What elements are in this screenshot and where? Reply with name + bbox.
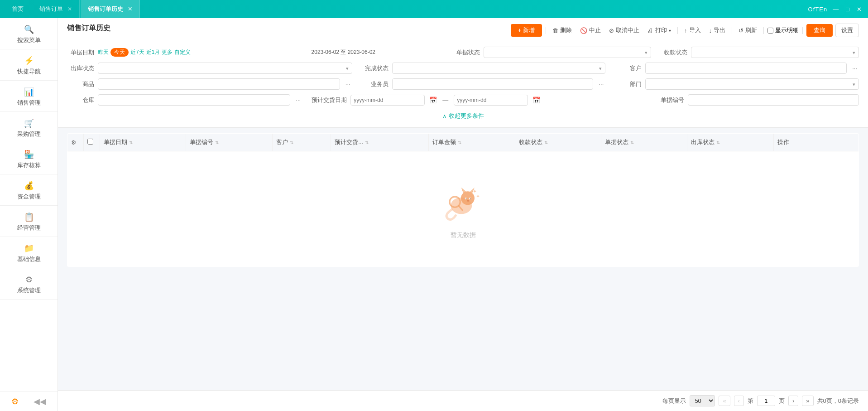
th-payment-status-sort-icon[interactable]: ⇅ (544, 140, 548, 145)
toolbar-divider-5 (802, 27, 803, 34)
date-yesterday-btn[interactable]: 昨天 (98, 48, 109, 56)
print-button[interactable]: 🖨 打印 ▾ (645, 25, 674, 36)
salesperson-input[interactable] (392, 78, 594, 90)
expected-date-from-input[interactable] (350, 95, 425, 106)
payment-status-select[interactable] (691, 47, 859, 58)
filter-dept-item: 部门 (614, 78, 859, 90)
new-button[interactable]: + 新增 (511, 24, 542, 37)
per-page-select[interactable]: 10 20 50 100 (690, 395, 715, 406)
product-input[interactable] (98, 78, 340, 90)
sidebar-item-sales[interactable]: 📊 销售管理 (0, 81, 58, 112)
expected-date-to-input[interactable] (454, 95, 528, 106)
complete-status-select[interactable] (392, 63, 606, 74)
export-button[interactable]: ↓ 导出 (706, 25, 729, 36)
order-no-input[interactable] (688, 94, 859, 106)
show-detail-checkbox[interactable] (767, 28, 773, 34)
order-status-select[interactable] (484, 47, 652, 58)
sidebar-item-capital[interactable]: 💰 资金管理 (0, 174, 58, 206)
th-expected-date-sort-icon[interactable]: ⇅ (365, 140, 369, 145)
sidebar-item-capital-label: 资金管理 (17, 193, 41, 201)
date-more-btn[interactable]: 更多 (162, 48, 173, 56)
show-detail-checkbox-wrap: 显示明细 (767, 26, 799, 34)
customer-ellipsis-btn[interactable]: ··· (850, 65, 859, 72)
product-ellipsis-btn[interactable]: ··· (344, 81, 352, 87)
last-page-btn[interactable]: » (802, 396, 813, 406)
import-button[interactable]: ↑ 导入 (681, 25, 704, 36)
expected-date-to-calendar-icon[interactable]: 📅 (532, 97, 540, 104)
th-date: 单据日期 ⇅ (100, 134, 186, 151)
sidebar-item-quick-nav[interactable]: ⚡ 快捷导航 (0, 49, 58, 81)
sidebar-collapse-btn[interactable]: ◀◀ (34, 396, 46, 406)
th-date-sort-icon[interactable]: ⇅ (129, 140, 133, 145)
purchase-icon: 🛒 (24, 118, 34, 128)
th-order-status-sort-icon[interactable]: ⇅ (630, 140, 634, 145)
filter-payment-status-item: 收款状态 (660, 47, 859, 58)
filter-order-no-item: 单据编号 (657, 94, 859, 106)
warehouse-ellipsis-btn[interactable]: ··· (294, 97, 302, 103)
warehouse-input[interactable] (98, 94, 290, 106)
window-minimize-btn[interactable]: — (831, 6, 840, 13)
table-header-row: ⚙ 单据日期 ⇅ 单据编号 (67, 134, 859, 151)
window-close-btn[interactable]: ✕ (855, 6, 863, 13)
date-custom-btn[interactable]: 自定义 (174, 48, 191, 56)
header-left: 销售订单历史 (67, 24, 110, 39)
tab-sales-order[interactable]: 销售订单 ✕ (32, 0, 80, 18)
th-delivery-status-label: 出库状态 (691, 138, 715, 146)
refresh-button[interactable]: ↺ 刷新 (736, 25, 760, 36)
delete-label: 删除 (560, 26, 572, 34)
sidebar-item-search[interactable]: 🔍 搜索菜单 (0, 18, 58, 49)
stop-button[interactable]: 🚫 中止 (577, 25, 604, 36)
filter-customer-item: 客户 ··· (614, 63, 859, 74)
tab-home[interactable]: 首页 (5, 0, 31, 18)
first-page-btn[interactable]: « (719, 396, 730, 406)
per-page-label: 每页显示 (662, 397, 686, 405)
tab-sales-order-history-close[interactable]: ✕ (128, 6, 132, 12)
select-all-checkbox[interactable] (87, 139, 93, 145)
th-amount-sort-icon[interactable]: ⇅ (458, 140, 461, 145)
filter-warehouse-item: 仓库 ··· (67, 94, 302, 106)
prev-page-btn[interactable]: ‹ (734, 396, 744, 406)
th-order-status: 单据状态 ⇅ (601, 134, 687, 151)
query-button[interactable]: 查询 (806, 24, 833, 37)
table-settings-icon[interactable]: ⚙ (71, 139, 77, 146)
next-page-btn[interactable]: › (788, 396, 798, 406)
th-customer-sort-icon[interactable]: ⇅ (290, 140, 293, 145)
th-actions-label: 操作 (777, 139, 789, 145)
search-icon: 🔍 (24, 24, 34, 34)
delete-button[interactable]: 🗑 删除 (550, 25, 575, 36)
tab-sales-order-history[interactable]: 销售订单历史 ✕ (81, 0, 140, 18)
dept-select[interactable] (645, 78, 859, 90)
window-maximize-btn[interactable]: □ (844, 6, 851, 13)
sidebar-settings-btn[interactable]: ⚙ (11, 396, 19, 406)
print-chevron-icon: ▾ (669, 28, 671, 33)
tab-sales-order-close[interactable]: ✕ (67, 6, 72, 12)
th-number-sort-icon[interactable]: ⇅ (215, 140, 219, 145)
filter-order-no-label: 单据编号 (657, 96, 684, 104)
sidebar-item-sys-mgmt[interactable]: ⚙ 系统管理 (0, 268, 58, 300)
customer-input[interactable] (645, 63, 847, 74)
data-table: ⚙ 单据日期 ⇅ 单据编号 (67, 133, 859, 267)
expected-date-from-calendar-icon[interactable]: 📅 (429, 97, 437, 104)
th-delivery-status-sort-icon[interactable]: ⇅ (716, 140, 720, 145)
date-7days-btn[interactable]: 近7天 (130, 48, 144, 56)
cancel-stop-button[interactable]: ⊘ 取消中止 (606, 25, 642, 36)
page-number-input[interactable] (757, 396, 775, 406)
print-icon: 🖨 (647, 27, 653, 34)
refresh-label: 刷新 (745, 26, 757, 34)
refresh-icon: ↺ (739, 27, 743, 34)
sidebar-item-inventory[interactable]: 🏪 库存核算 (0, 143, 58, 174)
sidebar-item-inventory-label: 库存核算 (17, 161, 41, 169)
settings-button[interactable]: 设置 (835, 24, 859, 37)
table-body: ✦ ✦ 暂无数据 (67, 151, 859, 267)
filter-date-item: 单据日期 昨天 今天 近7天 近1月 更多 自定义 (67, 48, 299, 57)
th-settings: ⚙ (67, 134, 84, 151)
sidebar-item-operations[interactable]: 📋 经营管理 (0, 206, 58, 237)
sidebar-item-basic-info[interactable]: 📁 基础信息 (0, 237, 58, 268)
date-today-badge[interactable]: 今天 (110, 48, 129, 57)
th-delivery-status: 出库状态 ⇅ (687, 134, 773, 151)
sidebar-item-purchase[interactable]: 🛒 采购管理 (0, 112, 58, 143)
collapse-filter-btn[interactable]: ∧ 收起更多条件 (67, 110, 859, 122)
salesperson-ellipsis-btn[interactable]: ··· (597, 81, 605, 87)
date-1month-btn[interactable]: 近1月 (146, 48, 160, 56)
delivery-status-select[interactable] (98, 63, 352, 74)
